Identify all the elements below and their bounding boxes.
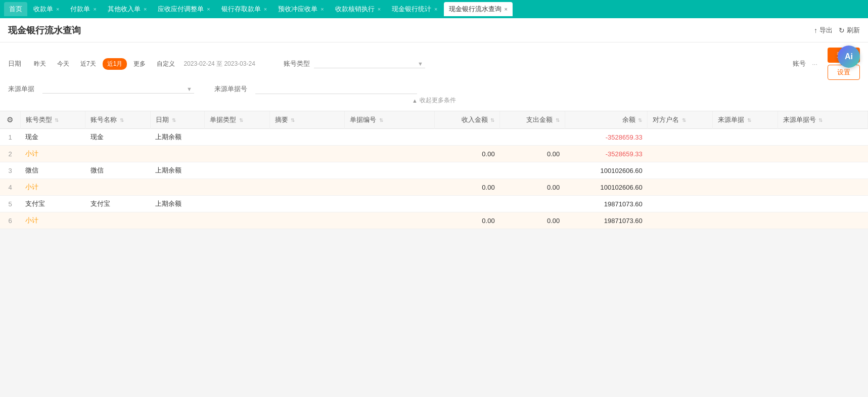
export-label: 导出 — [819, 26, 833, 35]
nav-tab-fudan[interactable]: 付款单 × — [65, 2, 101, 16]
col-income-label: 收入金额 — [462, 116, 488, 123]
cell-expense — [500, 129, 565, 146]
home-label: 首页 — [9, 5, 22, 14]
date-btn-yesterday[interactable]: 昨天 — [29, 58, 51, 70]
col-doc-type[interactable]: 单据类型 ⇅ — [204, 111, 269, 129]
nav-tab-label: 其他收入单 — [108, 5, 141, 14]
sort-icon: ⇅ — [120, 117, 124, 123]
collapse-label: 收起更多条件 — [420, 96, 456, 105]
cell-account-type: 微信 — [20, 162, 85, 179]
close-icon[interactable]: × — [321, 6, 324, 12]
collapse-bar[interactable]: ▲ 收起更多条件 — [8, 94, 860, 106]
cell-summary — [269, 129, 345, 146]
col-doc-no[interactable]: 单据编号 ⇅ — [345, 111, 435, 129]
cell-account-type: 小计 — [20, 146, 85, 162]
nav-home[interactable]: 首页 — [4, 2, 27, 16]
close-icon[interactable]: × — [378, 6, 381, 12]
close-icon[interactable]: × — [505, 6, 508, 12]
nav-tab-liushui[interactable]: 现金银行流水查询 × — [444, 2, 513, 16]
col-balance[interactable]: 余额 ⇅ — [565, 111, 647, 129]
cell-balance: -3528659.33 — [565, 146, 647, 162]
date-options: 昨天 今天 近7天 近1月 更多 自定义 2023-02-24 至 2023-0… — [29, 58, 255, 70]
collapse-up-icon: ▲ — [412, 98, 418, 104]
cell-date: 上期余额 — [150, 129, 204, 146]
nav-tab-label: 预收冲应收单 — [278, 5, 317, 14]
settings-button[interactable]: 设置 — [828, 65, 860, 80]
source-doc-select[interactable]: ▼ — [42, 85, 194, 94]
col-counterparty[interactable]: 对方户名 ⇅ — [648, 111, 713, 129]
cell-doc-no — [345, 196, 435, 212]
col-source-doc-no[interactable]: 来源单据号 ⇅ — [778, 111, 867, 129]
cell-doc-type — [204, 162, 269, 179]
nav-tab-tongji[interactable]: 现金银行统计 × — [387, 2, 442, 16]
col-account-name-label: 账号名称 — [90, 116, 117, 123]
cell-counterparty — [648, 129, 713, 146]
sort-icon: ⇅ — [638, 117, 642, 123]
ai-assistant-button[interactable]: Ai — [838, 46, 860, 68]
cell-balance: 100102606.60 — [565, 179, 647, 196]
cell-date — [150, 212, 204, 229]
nav-tab-yushou[interactable]: 预收冲应收单 × — [273, 2, 329, 16]
cell-source-doc-no — [778, 162, 867, 179]
nav-tab-yinhang[interactable]: 银行存取款单 × — [216, 2, 272, 16]
cell-balance: 19871073.60 — [565, 196, 647, 212]
nav-tab-qita[interactable]: 其他收入单 × — [103, 2, 152, 16]
account-dots[interactable]: ··· — [810, 60, 819, 68]
cell-counterparty — [648, 179, 713, 196]
nav-tab-shoudan[interactable]: 收款单 × — [28, 2, 64, 16]
row-num: 2 — [0, 146, 20, 162]
col-expense[interactable]: 支出金额 ⇅ — [500, 111, 565, 129]
settings-icon: ⚙ — [7, 115, 13, 124]
nav-tab-label: 现金银行统计 — [392, 5, 431, 14]
top-nav: 首页 收款单 × 付款单 × 其他收入单 × 应收应付调整单 × 银行存取款单 … — [0, 0, 868, 18]
cell-doc-type — [204, 146, 269, 162]
nav-tab-hexiao[interactable]: 收款核销执行 × — [330, 2, 386, 16]
col-summary[interactable]: 摘要 ⇅ — [269, 111, 345, 129]
account-type-select[interactable]: ▼ — [314, 60, 425, 68]
chevron-down-icon: ▼ — [418, 61, 423, 67]
date-btn-1month[interactable]: 近1月 — [103, 58, 127, 70]
sort-icon: ⇅ — [682, 117, 686, 123]
date-btn-today[interactable]: 今天 — [53, 58, 74, 70]
cell-account-name — [85, 212, 151, 229]
close-icon[interactable]: × — [93, 6, 96, 12]
table-row: 5支付宝支付宝上期余额19871073.60 — [0, 196, 868, 212]
col-source-doc[interactable]: 来源单据 ⇅ — [712, 111, 778, 129]
sort-icon: ⇅ — [291, 117, 295, 123]
close-icon[interactable]: × — [56, 6, 59, 12]
refresh-button[interactable]: ↻ 刷新 — [839, 26, 860, 35]
table-row: 1现金现金上期余额-3528659.33 — [0, 129, 868, 146]
cell-source-doc-no — [778, 179, 867, 196]
sort-icon: ⇅ — [239, 117, 243, 123]
filter-row-1: 日期 昨天 今天 近7天 近1月 更多 自定义 2023-02-24 至 202… — [8, 48, 860, 80]
cell-summary — [269, 196, 345, 212]
sort-icon: ⇅ — [556, 117, 560, 123]
date-btn-custom[interactable]: 自定义 — [152, 58, 179, 70]
table-row: 4小计0.000.00100102606.60 — [0, 179, 868, 196]
col-account-type[interactable]: 账号类型 ⇅ — [20, 111, 85, 129]
cell-source-doc — [712, 146, 778, 162]
nav-tab-tiaozheng[interactable]: 应收应付调整单 × — [153, 2, 215, 16]
sort-icon: ⇅ — [379, 117, 383, 123]
cell-summary — [269, 212, 345, 229]
close-icon[interactable]: × — [144, 6, 147, 12]
col-date[interactable]: 日期 ⇅ — [150, 111, 204, 129]
cell-doc-type — [204, 196, 269, 212]
cell-account-name: 支付宝 — [85, 196, 151, 212]
cell-source-doc — [712, 179, 778, 196]
cell-summary — [269, 162, 345, 179]
cell-expense: 0.00 — [500, 146, 565, 162]
close-icon[interactable]: × — [434, 6, 437, 12]
close-icon[interactable]: × — [264, 6, 267, 12]
cell-source-doc-no — [778, 146, 867, 162]
date-btn-more[interactable]: 更多 — [129, 58, 150, 70]
close-icon[interactable]: × — [207, 6, 210, 12]
col-account-name[interactable]: 账号名称 ⇅ — [85, 111, 151, 129]
account-type-label: 账号类型 — [284, 59, 310, 68]
source-doc-no-input[interactable] — [255, 84, 417, 94]
date-btn-7days[interactable]: 近7天 — [76, 58, 101, 70]
col-settings[interactable]: ⚙ — [0, 111, 20, 129]
nav-tab-label: 付款单 — [70, 5, 90, 14]
col-income[interactable]: 收入金额 ⇅ — [435, 111, 500, 129]
export-button[interactable]: ↑ 导出 — [814, 26, 833, 35]
